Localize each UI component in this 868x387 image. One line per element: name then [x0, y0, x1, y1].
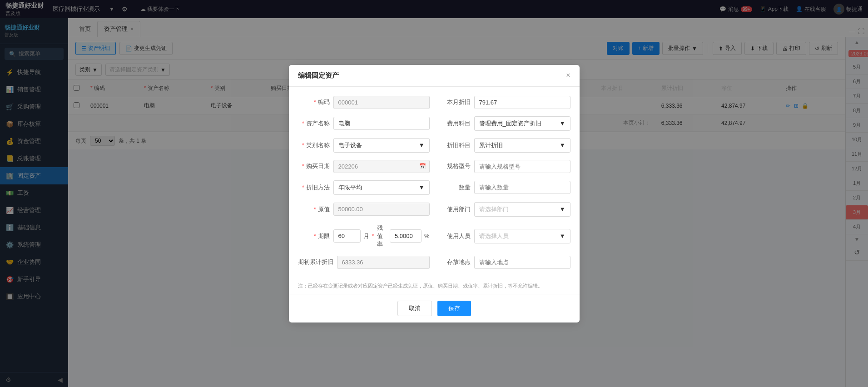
user-arrow-icon: ▼: [560, 233, 565, 239]
residual-unit-label: %: [424, 233, 430, 239]
period-label: 期限: [298, 232, 330, 240]
modal-note: 注：已经存在变更记录或者对应固定资产已经生成凭证，原值、购买日期、残值率、累计折…: [289, 278, 580, 294]
modal-title: 编辑固定资产: [298, 71, 339, 80]
buy-date-input[interactable]: [333, 160, 430, 173]
form-grid: 编码 本月折旧 资产名称 费用科目 管理费用_固定资产折旧: [298, 96, 570, 269]
dept-select[interactable]: 请选择部门 ▼: [474, 202, 570, 217]
dep-account-arrow-icon: ▼: [560, 142, 565, 149]
buy-date-label: 购买日期: [298, 162, 330, 170]
calendar-icon: 📅: [419, 163, 426, 169]
original-value-input[interactable]: [333, 203, 430, 216]
form-group-spec: 规格型号: [439, 160, 570, 173]
edit-asset-modal: 编辑固定资产 × 编码 本月折旧 资产名称: [289, 65, 580, 322]
user-select[interactable]: 请选择人员 ▼: [474, 229, 570, 243]
category-label: 类别名称: [298, 141, 330, 149]
quantity-input[interactable]: [474, 181, 570, 194]
buy-date-input-wrap: 📅: [333, 160, 430, 173]
quantity-label: 数量: [439, 184, 471, 192]
form-group-monthly-dep: 本月折旧: [439, 96, 570, 109]
form-group-dep-account: 折旧科目 累计折旧 ▼: [439, 138, 570, 153]
user-label: 使用人员: [439, 232, 471, 240]
dep-account-select[interactable]: 累计折旧 ▼: [474, 138, 570, 153]
form-group-original-value: 原值: [298, 202, 430, 217]
form-group-code: 编码: [298, 96, 430, 109]
initial-dep-input[interactable]: [337, 256, 430, 269]
category-arrow-icon: ▼: [419, 142, 425, 149]
code-input[interactable]: [333, 96, 430, 109]
method-select[interactable]: 年限平均 ▼: [333, 180, 430, 195]
spec-label: 规格型号: [439, 162, 471, 170]
modal-header: 编辑固定资产 ×: [289, 65, 580, 87]
period-residual-inline: 月 * 残值率 %: [333, 224, 430, 248]
dep-account-label: 折旧科目: [439, 141, 471, 149]
expense-account-arrow-icon: ▼: [560, 120, 565, 127]
residual-input[interactable]: [390, 229, 422, 243]
residual-rate-label: 残值率: [377, 224, 387, 248]
form-group-buy-date: 购买日期 📅: [298, 160, 430, 173]
period-unit-label: 月: [363, 232, 369, 240]
save-btn[interactable]: 保存: [437, 301, 471, 316]
expense-account-label: 费用科目: [439, 119, 471, 128]
location-label: 存放地点: [439, 258, 471, 266]
form-group-name: 资产名称: [298, 116, 430, 131]
form-group-initial-dep: 期初累计折旧: [298, 256, 430, 269]
name-label: 资产名称: [298, 119, 330, 128]
form-group-method: 折旧方法 年限平均 ▼: [298, 180, 430, 195]
cancel-btn[interactable]: 取消: [397, 301, 432, 316]
name-input[interactable]: [333, 117, 430, 130]
modal-close-btn[interactable]: ×: [566, 71, 570, 79]
form-group-user: 使用人员 请选择人员 ▼: [439, 224, 570, 248]
form-group-period-residual: 期限 月 * 残值率 %: [298, 224, 430, 248]
method-label: 折旧方法: [298, 184, 330, 192]
monthly-dep-input[interactable]: [474, 96, 570, 109]
initial-dep-label: 期初累计折旧: [298, 258, 333, 266]
modal-body: 编码 本月折旧 资产名称 费用科目 管理费用_固定资产折旧: [289, 87, 580, 278]
original-value-label: 原值: [298, 205, 330, 213]
expense-account-select[interactable]: 管理费用_固定资产折旧 ▼: [474, 116, 570, 131]
modal-footer: 取消 保存: [289, 294, 580, 322]
dept-arrow-icon: ▼: [560, 206, 565, 213]
form-group-quantity: 数量: [439, 180, 570, 195]
form-group-location: 存放地点: [439, 256, 570, 269]
location-input[interactable]: [474, 256, 570, 269]
monthly-dep-label: 本月折旧: [439, 98, 471, 106]
modal-overlay: 编辑固定资产 × 编码 本月折旧 资产名称: [0, 0, 868, 387]
period-input[interactable]: [333, 229, 361, 243]
code-label: 编码: [298, 98, 330, 106]
dept-label: 使用部门: [439, 205, 471, 213]
category-select[interactable]: 电子设备 ▼: [333, 138, 430, 153]
form-group-dept: 使用部门 请选择部门 ▼: [439, 202, 570, 217]
form-group-category: 类别名称 电子设备 ▼: [298, 138, 430, 153]
method-arrow-icon: ▼: [419, 184, 425, 191]
spec-input[interactable]: [474, 160, 570, 173]
form-group-expense-account: 费用科目 管理费用_固定资产折旧 ▼: [439, 116, 570, 131]
